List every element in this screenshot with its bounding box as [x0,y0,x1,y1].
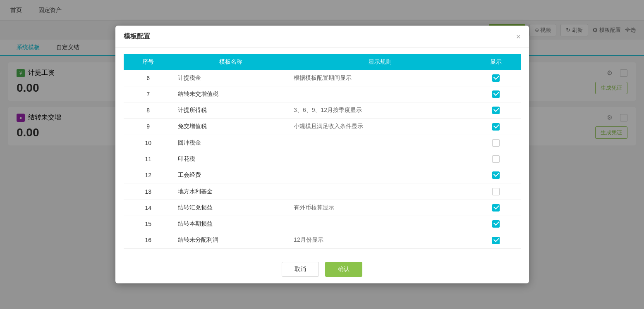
cell-rule: 3、6、9、12月按季度显示 [289,102,471,118]
cell-id: 9 [124,119,173,135]
cell-id: 12 [124,167,173,183]
cell-id: 16 [124,232,173,248]
table-row: 15结转本期损益 [124,216,521,232]
checkbox-display[interactable] [492,171,500,179]
col-header-display: 显示 [471,54,520,70]
cell-checkbox[interactable] [471,119,520,135]
cell-id: 7 [124,86,173,102]
cell-rule: 12月份显示 [289,232,471,248]
cell-id: 8 [124,102,173,118]
modal-body: 序号 模板名称 显示规则 显示 6计提税金根据模板配置期间显示7结转未交增值税8… [115,48,529,254]
modal-footer: 取消 确认 [115,255,529,283]
checkbox-display[interactable] [492,107,500,114]
confirm-button[interactable]: 确认 [325,262,362,277]
cell-rule [289,167,471,183]
checkbox-display[interactable] [492,220,500,228]
modal-title: 模板配置 [124,32,150,41]
checkbox-display[interactable] [492,74,500,82]
cell-name: 印花税 [173,151,289,167]
cell-rule [289,183,471,200]
table-row: 14结转汇兑损益有外币核算显示 [124,200,521,216]
cell-checkbox[interactable] [471,151,520,167]
table-row: 7结转未交增值税 [124,86,521,102]
checkbox-display[interactable] [492,90,500,98]
cell-rule [289,135,471,151]
cell-name: 工会经费 [173,167,289,183]
table-row: 6计提税金根据模板配置期间显示 [124,70,521,86]
modal-header: 模板配置 × [115,26,529,48]
table-row: 13地方水利基金 [124,183,521,200]
col-header-id: 序号 [124,54,173,70]
cell-id: 6 [124,70,173,86]
config-table: 序号 模板名称 显示规则 显示 6计提税金根据模板配置期间显示7结转未交增值税8… [124,54,521,248]
cell-name: 结转汇兑损益 [173,200,289,216]
cell-checkbox[interactable] [471,102,520,118]
checkbox-display[interactable] [492,188,500,195]
cell-checkbox[interactable] [471,135,520,151]
cell-id: 11 [124,151,173,167]
cell-name: 地方水利基金 [173,183,289,200]
cell-rule: 有外币核算显示 [289,200,471,216]
cell-name: 计提税金 [173,70,289,86]
checkbox-display[interactable] [492,123,500,131]
cell-rule: 小规模且满足收入条件显示 [289,119,471,135]
modal-overlay: 模板配置 × 序号 模板名称 显示规则 显示 6计提税金根据模板配置期间显示7结… [0,0,644,309]
cell-checkbox[interactable] [471,86,520,102]
table-row: 12工会经费 [124,167,521,183]
cell-checkbox[interactable] [471,232,520,248]
table-header-row: 序号 模板名称 显示规则 显示 [124,54,521,70]
cell-name: 结转本期损益 [173,216,289,232]
table-row: 8计提所得税3、6、9、12月按季度显示 [124,102,521,118]
cell-id: 13 [124,183,173,200]
checkbox-display[interactable] [492,155,500,163]
table-row: 16结转未分配利润12月份显示 [124,232,521,248]
cell-name: 结转未分配利润 [173,232,289,248]
cell-id: 15 [124,216,173,232]
cell-checkbox[interactable] [471,70,520,86]
col-header-rule: 显示规则 [289,54,471,70]
cell-checkbox[interactable] [471,216,520,232]
modal-template-config: 模板配置 × 序号 模板名称 显示规则 显示 6计提税金根据模板配置期间显示7结… [115,26,529,283]
cell-id: 10 [124,135,173,151]
cell-checkbox[interactable] [471,183,520,200]
checkbox-display[interactable] [492,139,500,147]
checkbox-display[interactable] [492,204,500,212]
cell-name: 计提所得税 [173,102,289,118]
cell-rule [289,151,471,167]
cell-rule [289,216,471,232]
cell-id: 14 [124,200,173,216]
cell-checkbox[interactable] [471,200,520,216]
cell-name: 结转未交增值税 [173,86,289,102]
checkbox-display[interactable] [492,237,500,244]
cell-rule: 根据模板配置期间显示 [289,70,471,86]
cell-rule [289,86,471,102]
table-row: 9免交增值税小规模且满足收入条件显示 [124,119,521,135]
cancel-button[interactable]: 取消 [282,262,319,277]
table-row: 11印花税 [124,151,521,167]
cell-name: 免交增值税 [173,119,289,135]
cell-checkbox[interactable] [471,167,520,183]
table-row: 10回冲税金 [124,135,521,151]
cell-name: 回冲税金 [173,135,289,151]
modal-close-btn[interactable]: × [516,33,521,40]
col-header-name: 模板名称 [173,54,289,70]
